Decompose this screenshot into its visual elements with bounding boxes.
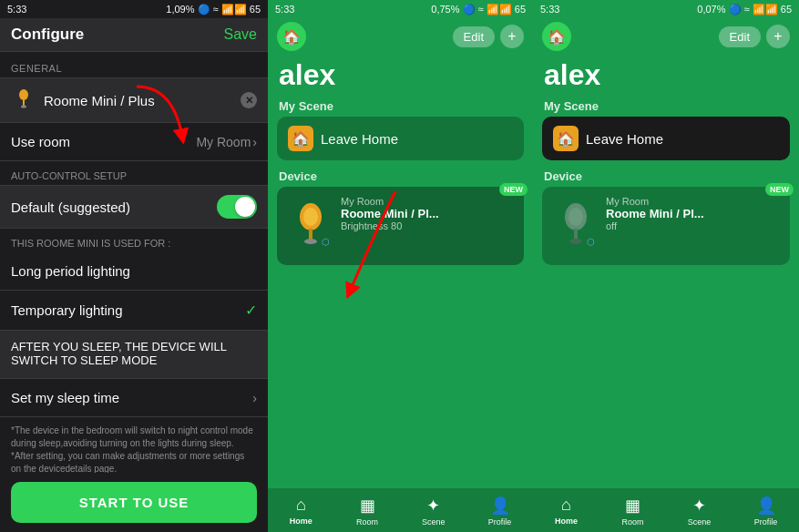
status-icons-left: 1,09% 🔵 ≈ 📶📶 65	[166, 4, 261, 15]
nav-room-right[interactable]: ▦ Room	[599, 492, 666, 530]
add-button-middle[interactable]: +	[500, 25, 524, 48]
device-room-right: My Room	[606, 196, 704, 207]
leave-home-label-right: Leave Home	[586, 131, 663, 147]
nav-home-middle[interactable]: ⌂ Home	[268, 492, 334, 530]
device-title-right: Device	[533, 168, 799, 187]
header-actions-right: Edit +	[719, 25, 790, 48]
time-middle: 5:33	[275, 4, 294, 15]
auto-control-label: AUTO-CONTROL SETUP	[0, 161, 268, 185]
nav-profile-right[interactable]: 👤 Profile	[732, 492, 799, 530]
left-header: Configure Save	[0, 18, 268, 52]
use-room-row[interactable]: Use room My Room ›	[0, 123, 268, 161]
sleep-title: AFTER YOU SLEEP, THE DEVICE WILL SWITCH …	[11, 340, 257, 367]
add-button-right[interactable]: +	[766, 25, 790, 48]
nav-home-right[interactable]: ⌂ Home	[533, 492, 599, 530]
device-img-middle: ⬡	[288, 196, 333, 251]
green-header-right: 🏠 Edit +	[533, 18, 799, 55]
start-to-use-button[interactable]: START TO USE	[11, 482, 257, 523]
set-sleep-row[interactable]: Set my sleep time ›	[0, 379, 268, 417]
status-bar-left: 5:33 1,09% 🔵 ≈ 📶📶 65	[0, 0, 268, 18]
temporary-label: Temporary lighting	[11, 302, 123, 318]
time-right: 5:33	[540, 4, 559, 15]
status-bar-right: 5:33 0,07% 🔵 ≈ 📶📶 65	[533, 0, 799, 18]
long-period-row[interactable]: Long period lighting	[0, 252, 268, 291]
default-label: Default (suggested)	[11, 200, 130, 215]
save-button[interactable]: Save	[224, 26, 257, 43]
sleep-info-row: AFTER YOU SLEEP, THE DEVICE WILL SWITCH …	[0, 331, 268, 379]
svg-point-10	[569, 239, 582, 244]
device-name-middle: Roome Mini / Pl...	[341, 207, 439, 220]
new-badge-right: NEW	[765, 183, 794, 196]
device-card-middle[interactable]: NEW ⬡ My Room Roome Mini / Pl... Brightn…	[277, 187, 524, 265]
set-sleep-label: Set my sleep time	[11, 390, 119, 405]
svg-point-8	[569, 208, 583, 226]
right-panel: 5:33 0,07% 🔵 ≈ 📶📶 65 🏠 Edit + alex My Sc…	[533, 0, 799, 532]
clear-input-button[interactable]: ✕	[241, 92, 257, 108]
lamp-icon	[11, 87, 36, 113]
device-info-right: My Room Roome Mini / Pl... off	[606, 196, 704, 231]
left-panel: 5:33 1,09% 🔵 ≈ 📶📶 65 Configure Save GENE…	[0, 0, 268, 532]
configure-title: Configure	[11, 26, 84, 44]
home-button-middle[interactable]: 🏠	[277, 22, 306, 51]
room-nav-icon-middle: ▦	[360, 496, 375, 516]
chevron-icon: ›	[252, 135, 257, 149]
svg-point-2	[21, 106, 26, 108]
default-row: Default (suggested)	[0, 185, 268, 229]
status-icons-right: 0,07% 🔵 ≈ 📶📶 65	[697, 4, 792, 15]
footnote: *The device in the bedroom will switch t…	[0, 417, 268, 473]
user-name-middle: alex	[268, 55, 533, 97]
status-bar-middle: 5:33 0,75% 🔵 ≈ 📶📶 65	[268, 0, 533, 18]
room-nav-icon-right: ▦	[625, 496, 640, 516]
leave-home-icon-right: 🏠	[553, 126, 579, 151]
edit-button-middle[interactable]: Edit	[453, 26, 495, 47]
bottom-nav-middle: ⌂ Home ▦ Room ✦ Scene 👤 Profile	[268, 488, 533, 532]
use-room-label: Use room	[11, 134, 70, 149]
svg-point-6	[304, 239, 317, 244]
leave-home-label-middle: Leave Home	[321, 131, 398, 147]
device-status-middle: Brightness 80	[341, 220, 439, 231]
device-title-middle: Device	[268, 168, 533, 187]
scene-nav-icon-middle: ✦	[426, 496, 440, 516]
device-card-right[interactable]: NEW ⬡ My Room Roome Mini / Pl... off	[542, 187, 790, 265]
home-nav-icon-right: ⌂	[561, 496, 571, 515]
home-button-right[interactable]: 🏠	[542, 22, 571, 51]
status-icons-middle: 0,75% 🔵 ≈ 📶📶 65	[431, 4, 526, 15]
device-img-right: ⬡	[553, 196, 599, 251]
home-nav-icon-middle: ⌂	[296, 496, 306, 515]
middle-panel: 5:33 0,75% 🔵 ≈ 📶📶 65 🏠 Edit + alex My Sc…	[268, 0, 533, 532]
edit-button-right[interactable]: Edit	[719, 26, 761, 47]
device-name-row: ✕	[0, 77, 268, 123]
device-info-middle: My Room Roome Mini / Pl... Brightness 80	[341, 196, 439, 231]
green-header-middle: 🏠 Edit +	[268, 18, 533, 55]
default-toggle[interactable]	[217, 195, 257, 219]
leave-home-card-middle[interactable]: 🏠 Leave Home	[277, 117, 524, 160]
leave-home-card-right[interactable]: 🏠 Leave Home	[542, 117, 790, 160]
long-period-label: Long period lighting	[11, 263, 130, 279]
set-sleep-chevron: ›	[252, 391, 257, 405]
nav-profile-middle[interactable]: 👤 Profile	[466, 492, 533, 530]
profile-nav-icon-right: 👤	[756, 496, 776, 516]
device-name-input[interactable]	[44, 93, 233, 108]
nav-scene-right[interactable]: ✦ Scene	[666, 492, 732, 530]
left-footer: START TO USE	[0, 473, 268, 532]
used-for-label: THIS ROOME MINI IS USED FOR :	[0, 229, 268, 252]
general-label: GENERAL	[0, 52, 268, 77]
header-actions-middle: Edit +	[453, 25, 524, 48]
scene-nav-icon-right: ✦	[692, 496, 706, 516]
my-scene-title-right: My Scene	[533, 97, 799, 117]
nav-scene-middle[interactable]: ✦ Scene	[401, 492, 467, 530]
temporary-lighting-row[interactable]: Temporary lighting ✓	[0, 291, 268, 331]
new-badge-middle: NEW	[499, 183, 528, 196]
time-left: 5:33	[7, 4, 26, 15]
svg-rect-1	[23, 99, 25, 106]
user-name-right: alex	[533, 55, 799, 97]
nav-room-middle[interactable]: ▦ Room	[334, 492, 401, 530]
bluetooth-icon: ⬡	[322, 237, 330, 247]
bluetooth-icon-right: ⬡	[587, 237, 595, 247]
device-room-middle: My Room	[341, 196, 439, 207]
my-scene-title-middle: My Scene	[268, 97, 533, 117]
profile-nav-icon-middle: 👤	[490, 496, 510, 516]
device-name-right: Roome Mini / Pl...	[606, 207, 704, 220]
use-room-value: My Room ›	[196, 135, 257, 149]
left-content: GENERAL ✕ Use room	[0, 52, 268, 473]
